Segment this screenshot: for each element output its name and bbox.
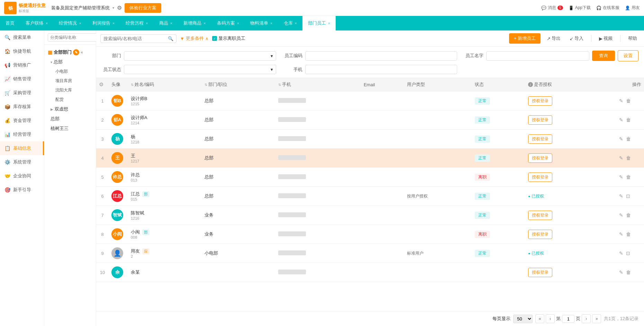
edit-icon-8[interactable]: ✎ [619,231,623,237]
auth-btn-10[interactable]: 授权登录 [528,268,552,277]
dept-all-item[interactable]: ▦ 全部部门 ✎ « [44,47,96,57]
add-employee-button[interactable]: + 新增员工 [509,33,541,44]
sidebar-item-purchase[interactable]: 🛒 采购管理 [0,86,44,100]
dept-collapse-btn[interactable]: « [81,50,83,55]
system-title-arrow[interactable]: ▾ [112,6,114,10]
delete-icon-10[interactable]: 🗑 [626,270,631,275]
dept-group-zongbu2-label[interactable]: 总部 [47,114,96,124]
delete-icon-5[interactable]: 🗑 [626,174,631,180]
dept-child-peihuo[interactable]: 配货 [47,95,96,104]
edit-icon-10[interactable]: ✎ [619,270,623,275]
tab-bom[interactable]: 物料清单× [245,16,278,30]
tab-operation-close[interactable]: × [79,21,81,25]
tab-customer[interactable]: 客户联络× [20,16,53,30]
tab-profit-close[interactable]: × [112,21,115,25]
tab-newgoods-close[interactable]: × [203,21,206,25]
view-btn[interactable]: ▶ 视频 [596,34,615,43]
tab-bizhistory[interactable]: 经营历程× [120,16,153,30]
copy-icon-9[interactable]: ⊡ [626,250,630,256]
settings-icon[interactable]: ⚙ [99,81,103,87]
show-resigned-toggle[interactable]: ✓ 显示离职员工 [212,35,245,42]
delete-icon-8[interactable]: 🗑 [626,231,631,237]
edit-icon-2[interactable]: ✎ [619,117,623,123]
message-action[interactable]: 💬 消息 5 [541,5,563,11]
dept-group-zongbu-label[interactable]: ▾ 总部 [47,57,96,67]
dept-child-shenyang[interactable]: 沈阳大库 [47,86,96,95]
edit-icon-3[interactable]: ✎ [619,136,623,142]
sidebar-item-marketing[interactable]: 📢 营销推广 [0,58,44,72]
user-action[interactable]: 👤 用友 [625,5,640,11]
tab-operation[interactable]: 经营情况× [53,16,87,30]
sort-phone-icon[interactable]: ⇅ [278,83,281,87]
last-page-btn[interactable]: » [592,314,601,323]
copy-icon-6[interactable]: ⊡ [626,193,630,199]
sidebar-item-collab[interactable]: 🤝 企业协同 [0,169,44,183]
query-button[interactable]: 查询 [592,51,615,61]
edit-icon-9[interactable]: ✎ [619,250,623,256]
auth-btn-1[interactable]: 授权登录 [528,96,552,106]
tab-bizhistory-close[interactable]: × [146,21,148,25]
sidebar-item-guide[interactable]: 🎯 新手引导 [0,183,44,197]
dept-group-zhishu-label[interactable]: 植树王三 [47,124,96,133]
auth-btn-5[interactable]: 授权登录 [528,173,552,182]
auth-btn-7[interactable]: 授权登录 [528,211,552,220]
page-input[interactable] [562,315,574,323]
sort-name-icon[interactable]: ⇅ [131,83,134,87]
sidebar-item-sales[interactable]: 📈 销售管理 [0,72,44,86]
delete-icon-2[interactable]: 🗑 [626,117,631,123]
gear-button[interactable]: ⚙ [117,5,122,11]
auth-info-icon[interactable]: i [528,82,533,87]
edit-icon-4[interactable]: ✎ [619,155,623,161]
prev-page-btn[interactable]: ‹ [546,314,555,323]
help-btn[interactable]: 帮助 [625,34,640,43]
more-filter-btn[interactable]: ▼ 更多条件 ∧ [180,35,209,42]
filter-phone-input[interactable] [305,65,457,74]
filter-empstatus-select[interactable]: ▾ [124,65,276,74]
import-btn[interactable]: ↙ 导入 [567,34,586,43]
sort-dept-icon[interactable]: ⇅ [205,83,207,87]
tab-warehouse-close[interactable]: × [295,21,297,25]
auth-btn-2[interactable]: 授权登录 [528,115,552,125]
tab-profit[interactable]: 利润报告× [87,16,120,30]
tab-dept-employee-close[interactable]: × [328,21,330,25]
show-resigned-checkbox[interactable]: ✓ [212,36,217,41]
page-size-select[interactable]: 50 20 100 [513,315,533,323]
edit-icon-5[interactable]: ✎ [619,174,623,180]
online-service-action[interactable]: 🎧 在线客服 [596,5,619,11]
delete-icon-1[interactable]: 🗑 [626,98,631,104]
filter-empcode-input[interactable] [305,51,457,61]
export-btn[interactable]: ↗ 导出 [544,34,563,43]
edit-icon-6[interactable]: ✎ [619,193,623,199]
delete-icon-3[interactable]: 🗑 [626,136,631,142]
sidebar-item-bizmanage[interactable]: 📊 经营管理 [0,127,44,141]
tab-dept-employee[interactable]: 部门员工× [302,16,336,30]
tab-bom-close[interactable]: × [270,21,272,25]
auth-btn-8[interactable]: 授权登录 [528,230,552,239]
delete-icon-7[interactable]: 🗑 [626,212,631,218]
app-download-action[interactable]: 📱 App下载 [569,5,591,11]
tab-goods[interactable]: 商品× [154,16,178,30]
filter-empname-input[interactable] [486,51,589,61]
sidebar-item-system[interactable]: ⚙️ 系统管理 [0,155,44,169]
set-button[interactable]: 设置 [618,50,638,61]
auth-btn-3[interactable]: 授权登录 [528,134,552,144]
filter-dept-select[interactable]: ▾ [124,51,276,61]
tab-home[interactable]: 首页 [0,16,20,30]
dept-group-shuangxu-label[interactable]: ▶ 双虚想 [47,104,96,114]
dept-child-xiaodianbu[interactable]: 小电部 [47,67,96,76]
sidebar-item-basic[interactable]: 📋 基础信息 [0,141,44,155]
dept-edit-icon[interactable]: ✎ [73,49,79,55]
search-input-icon[interactable]: 🔍 [168,36,173,41]
first-page-btn[interactable]: « [535,314,544,323]
trial-button[interactable]: 体验行业方案 [125,3,161,13]
edit-icon-7[interactable]: ✎ [619,212,623,218]
edit-icon-1[interactable]: ✎ [619,98,623,104]
tab-goods-close[interactable]: × [170,21,172,25]
dept-child-xiangmu[interactable]: 项目库房 [47,76,96,86]
sidebar-item-finance[interactable]: 💰 资金管理 [0,114,44,127]
sidebar-item-search[interactable]: 🔍 搜索菜单 [0,30,44,44]
tab-barcode-close[interactable]: × [237,21,239,25]
tab-barcode[interactable]: 条码方案× [211,16,245,30]
tab-customer-close[interactable]: × [46,21,48,25]
tab-newgoods[interactable]: 新增商品× [178,16,211,30]
